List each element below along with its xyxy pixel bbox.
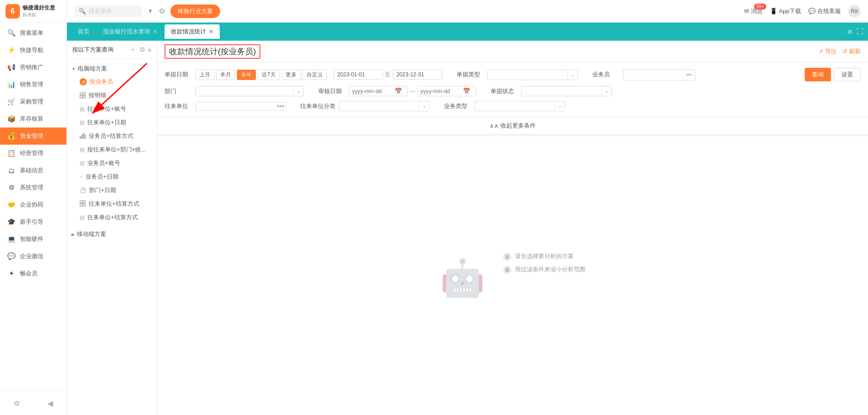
sidebar-item-purchase[interactable]: 🛒 采购管理 [0, 93, 66, 110]
tree-item-partner-settle1[interactable]: 往来单位+结算方式 [67, 197, 157, 211]
collapse-filters-button[interactable]: ∧∧ 收起更多条件 [490, 122, 536, 130]
salesperson-select-inner [623, 73, 683, 76]
collapse-sidebar-icon[interactable]: ◀ [45, 396, 56, 410]
sidebar-item-operation[interactable]: 📋 经营管理 [0, 145, 66, 162]
tree-item-salesperson-settle[interactable]: 业务员+结算方式 [67, 129, 157, 143]
tree-item-partner-date[interactable]: ▤ 往来单位+日期 [67, 116, 157, 129]
setting-button[interactable]: 设置 [834, 68, 861, 81]
app-download-btn[interactable]: 📱 App下载 [770, 7, 801, 15]
sidebar-item-system[interactable]: ⚙ 系统管理 [0, 179, 66, 196]
bill-date-label: 单据日期 [165, 71, 192, 79]
query-button[interactable]: 查询 [805, 68, 831, 81]
topbar-search-box[interactable]: 🔍 搜索菜单 [74, 5, 142, 17]
settings-scheme-icon[interactable]: ⚙ [139, 46, 145, 54]
tree-group-mobile: ▶ 移动端方案 [67, 226, 157, 242]
audit-date-from-input[interactable] [352, 88, 393, 94]
audit-date-to-input[interactable] [420, 88, 461, 94]
this-month-btn[interactable]: 本月 [216, 70, 235, 80]
dept-date-icon: 🕐 [80, 187, 86, 193]
filter-action-buttons: 查询 设置 [805, 68, 861, 81]
settings-bottom-icon[interactable]: ⚙ [11, 396, 23, 410]
message-icon: ✉ [744, 8, 749, 14]
custom-date-btn[interactable]: 自定义 [302, 70, 327, 80]
trial-button[interactable]: 体验行业方案 [170, 5, 220, 18]
dept-chevron[interactable]: ⌄ [293, 86, 303, 96]
sidebar-item-guide[interactable]: 🎓 新手引导 [0, 213, 66, 231]
sidebar-item-label: 畅会员 [20, 269, 38, 278]
scheme-tree: ▼ 电脑端方案 ↺ 按业务员 按明细 ▤ [67, 59, 157, 415]
tree-expand-icon: ▼ [71, 66, 76, 71]
tree-item-label: 业务员+日期 [85, 173, 118, 181]
collapse-scheme-icon[interactable]: « [148, 46, 151, 53]
salesperson-dots[interactable]: ••• [683, 70, 695, 80]
sidebar-item-quick-nav[interactable]: ⚡ 快捷导航 [0, 42, 66, 59]
sidebar-item-wechat[interactable]: 💬 企业微信 [0, 248, 66, 265]
user-avatar[interactable]: Rit [848, 5, 861, 18]
date-to-input[interactable] [392, 70, 442, 80]
sidebar-item-label: 企业协同 [20, 201, 43, 209]
tab-bank-flow-label: 现金银行流水查询 [103, 28, 150, 36]
data-area: 🤖 ① 请先选择要分析的方案 ② 用过滤条件来缩小分析范围 [157, 137, 868, 415]
partner-ellipsis[interactable]: ••• [276, 102, 285, 110]
topbar-settings-icon[interactable]: ⚙ [159, 7, 165, 15]
sidebar-item-finance[interactable]: 💰 资金管理 [0, 127, 66, 145]
sidebar-item-basic[interactable]: 🗂 基础信息 [0, 162, 66, 179]
message-btn[interactable]: ✉ 消息 99+ [744, 7, 763, 15]
tree-item-partner-account[interactable]: ▤ 往来单位+账号 [67, 102, 157, 116]
sidebar-item-inventory[interactable]: 📦 库存核算 [0, 110, 66, 127]
tree-item-by-detail[interactable]: 按明细 [67, 89, 157, 102]
tree-item-salesperson-date[interactable]: ○ 业务员+日期 [67, 170, 157, 184]
date-from-input[interactable] [333, 70, 383, 80]
partner-category-chevron[interactable]: ⌄ [419, 101, 429, 111]
tab-collection-stats-close[interactable]: ✕ [209, 28, 213, 35]
svg-rect-8 [80, 201, 82, 203]
partner-account-icon: ▤ [80, 106, 85, 112]
this-year-btn[interactable]: 本年 [237, 70, 256, 80]
more-date-btn[interactable]: 更多 [282, 70, 301, 80]
partner-select-inner [196, 104, 276, 108]
tree-item-salesperson-account[interactable]: ▤ 业务员+账号 [67, 156, 157, 170]
business-type-chevron[interactable]: ⌄ [555, 101, 565, 111]
tree-item-by-salesperson[interactable]: ↺ 按业务员 [67, 75, 157, 89]
refresh-button[interactable]: ↺ 刷新 [842, 47, 861, 56]
logo-area: 6 畅捷通好生意 标准版 [0, 0, 66, 23]
tree-group-mobile-header[interactable]: ▶ 移动端方案 [67, 228, 157, 241]
sidebar-item-hardware[interactable]: 💻 智能硬件 [0, 231, 66, 248]
salesperson-account-icon: ▤ [80, 160, 85, 166]
empty-tips: ① 请先选择要分析的方案 ② 用过滤条件来缩小分析范围 [503, 252, 585, 274]
topbar-dropdown-arrow[interactable]: ▼ [147, 8, 153, 14]
svg-rect-0 [80, 93, 82, 95]
business-type-filter: 业务类型 ⌄ [444, 101, 565, 111]
add-scheme-icon[interactable]: ＋ [130, 45, 137, 54]
bill-status-chevron[interactable]: ⌄ [601, 86, 611, 96]
partner-category-filter: 往来单位分类 ⌄ [300, 101, 429, 111]
bill-type-chevron[interactable]: ⌄ [567, 70, 577, 80]
tab-bank-flow-close[interactable]: ✕ [153, 28, 157, 35]
tree-item-partner-settle2[interactable]: ▤ 往来单位+结算方式 [67, 211, 157, 224]
sidebar-bottom: ⚙ ◀ [0, 391, 66, 415]
sidebar-item-enterprise[interactable]: 🤝 企业协同 [0, 196, 66, 213]
date-range-inputs: 至 [333, 70, 442, 80]
export-button[interactable]: ↗ 导出 [818, 47, 837, 56]
salesperson-scheme-icon: ↺ [80, 78, 87, 85]
tab-home[interactable]: 首页 [71, 24, 96, 39]
sidebar-item-sales[interactable]: 📊 销售管理 [0, 76, 66, 93]
main-content: 🔍 搜索菜单 ▼ ⚙ 体验行业方案 ✉ 消息 99+ 📱 App下载 💬 在线客… [67, 0, 868, 415]
calendar-to-icon: 📅 [463, 88, 470, 94]
tree-item-dept-date[interactable]: 🕐 部门+日期 [67, 184, 157, 197]
tab-bank-flow[interactable]: 现金银行流水查询 ✕ [97, 24, 164, 39]
online-service-btn[interactable]: 💬 在线客服 [808, 7, 841, 15]
tree-item-partner-dept-collect[interactable]: ▤ 按往来单位+部门+收... [67, 143, 157, 156]
sidebar-item-marketing[interactable]: 📢 营销推广 [0, 59, 66, 76]
fullscreen-icon[interactable]: ⛶ [856, 28, 863, 36]
close-window-icon[interactable]: ✕ [847, 28, 853, 36]
bill-status-label: 单据状态 [491, 87, 518, 95]
tab-collection-stats[interactable]: 收款情况统计 ✕ [165, 24, 220, 39]
svg-rect-3 [83, 96, 85, 98]
last-month-btn[interactable]: 上月 [195, 70, 214, 80]
tree-group-pc-header[interactable]: ▼ 电脑端方案 [67, 62, 157, 75]
sidebar-item-member[interactable]: ✦ 畅会员 [0, 265, 66, 282]
sidebar-item-search[interactable]: 🔍 搜索菜单 [0, 24, 66, 42]
last-7-days-btn[interactable]: 近7天 [258, 70, 280, 80]
page-body: 按以下方案查询 ＋ ⚙ « ▼ 电脑端方案 ↺ 按业务员 [67, 41, 868, 415]
